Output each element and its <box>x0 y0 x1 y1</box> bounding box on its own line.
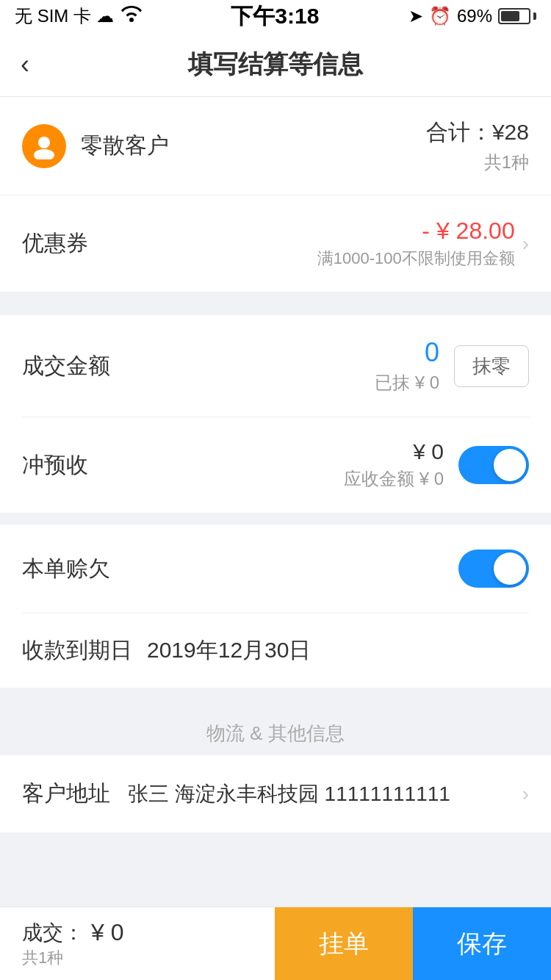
back-button[interactable]: ‹ <box>21 49 29 80</box>
section-divider-2 <box>0 513 551 525</box>
deal-amount-block: 0 已抹 ¥ 0 <box>375 337 439 394</box>
customer-info: 零散客户 <box>22 124 169 168</box>
prepay-row: 冲预收 ¥ 0 应收金额 ¥ 0 <box>22 417 529 513</box>
bottom-deal-row: 成交： ¥ 0 <box>22 919 253 947</box>
coupon-info: - ¥ 28.00 满1000-100不限制使用金额 <box>317 217 515 270</box>
bottom-deal-amount: ¥ 0 <box>91 919 123 946</box>
bottom-deal-label: 成交： <box>22 919 84 947</box>
customer-summary: 合计：¥28 共1种 <box>426 118 529 174</box>
sim-label: 无 SIM 卡 ☁ <box>15 4 114 28</box>
logistics-divider: 物流 & 其他信息 <box>0 711 551 755</box>
page-title: 填写结算等信息 <box>188 48 363 82</box>
battery-percent: 69% <box>457 6 492 26</box>
prepay-right: ¥ 0 应收金额 ¥ 0 <box>344 439 529 491</box>
save-button[interactable]: 保存 <box>413 907 551 980</box>
duedate-value[interactable]: 2019年12月30日 <box>147 635 311 666</box>
coupon-amount: - ¥ 28.00 <box>317 217 515 245</box>
customer-card: 零散客户 合计：¥28 共1种 优惠券 - ¥ 28.00 满1000-100不… <box>0 97 551 292</box>
content-area: 零散客户 合计：¥28 共1种 优惠券 - ¥ 28.00 满1000-100不… <box>0 97 551 920</box>
deal-amount-value[interactable]: 0 <box>375 337 439 368</box>
prepay-toggle[interactable] <box>458 446 529 484</box>
deal-amount-label: 成交金额 <box>22 351 110 381</box>
credit-row: 本单赊欠 <box>22 525 529 613</box>
duedate-row: 收款到期日 2019年12月30日 <box>22 613 529 688</box>
coupon-label: 优惠券 <box>22 228 88 259</box>
customer-row: 零散客户 合计：¥28 共1种 <box>0 97 551 195</box>
svg-point-1 <box>34 149 54 159</box>
prepay-sub: 应收金额 ¥ 0 <box>344 467 444 491</box>
address-row[interactable]: 客户地址 张三 海淀永丰科技园 11111111111 › <box>22 755 529 832</box>
chevron-right-icon: › <box>522 232 529 256</box>
status-bar-time: 下午3:18 <box>231 1 319 32</box>
prepay-label: 冲预收 <box>22 450 88 480</box>
bottom-summary: 成交： ¥ 0 共1种 <box>0 919 275 969</box>
address-label: 客户地址 <box>22 779 110 809</box>
svg-point-0 <box>38 137 50 148</box>
address-section: 客户地址 张三 海淀永丰科技园 11111111111 › <box>0 755 551 832</box>
battery-icon <box>498 8 536 24</box>
toggle-knob <box>494 449 526 481</box>
prepay-value: ¥ 0 <box>344 439 444 464</box>
location-icon: ➤ <box>408 6 423 26</box>
section-divider-3 <box>0 699 551 711</box>
bottom-count: 共1种 <box>22 947 253 969</box>
duedate-label: 收款到期日 <box>22 635 132 666</box>
alarm-icon: ⏰ <box>429 6 451 26</box>
amount-section: 成交金额 0 已抹 ¥ 0 抹零 冲预收 ¥ 0 应收金额 ¥ 0 <box>0 315 551 513</box>
customer-avatar <box>22 124 66 168</box>
status-bar: 无 SIM 卡 ☁ 下午3:18 ➤ ⏰ 69% <box>0 0 551 32</box>
coupon-desc: 满1000-100不限制使用金额 <box>317 248 515 270</box>
credit-toggle-knob <box>494 552 526 585</box>
customer-name: 零散客户 <box>81 131 169 161</box>
prepay-value-block: ¥ 0 应收金额 ¥ 0 <box>344 439 444 491</box>
status-bar-left: 无 SIM 卡 ☁ <box>15 4 142 28</box>
customer-count: 共1种 <box>426 151 529 174</box>
logistics-label: 物流 & 其他信息 <box>206 721 345 746</box>
pend-button-label: 挂单 <box>319 927 369 961</box>
pend-button[interactable]: 挂单 <box>275 907 413 980</box>
section-divider-1 <box>0 303 551 315</box>
coupon-row[interactable]: 优惠券 - ¥ 28.00 满1000-100不限制使用金额 › <box>0 195 551 292</box>
deal-amount-row: 成交金额 0 已抹 ¥ 0 抹零 <box>22 315 529 417</box>
status-bar-right: ➤ ⏰ 69% <box>408 6 536 26</box>
address-value: 张三 海淀永丰科技园 11111111111 <box>128 780 522 808</box>
address-chevron-icon: › <box>522 782 529 806</box>
customer-total: 合计：¥28 <box>426 118 529 148</box>
bottom-bar: 成交： ¥ 0 共1种 挂单 保存 <box>0 907 551 980</box>
credit-label: 本单赊欠 <box>22 554 110 584</box>
coupon-right: - ¥ 28.00 满1000-100不限制使用金额 › <box>317 217 529 270</box>
credit-section: 本单赊欠 收款到期日 2019年12月30日 <box>0 525 551 688</box>
deal-rounded-sub: 已抹 ¥ 0 <box>375 371 439 394</box>
credit-toggle[interactable] <box>458 550 529 588</box>
nav-bar: ‹ 填写结算等信息 <box>0 32 551 97</box>
save-button-label: 保存 <box>457 927 507 961</box>
deal-amount-right: 0 已抹 ¥ 0 抹零 <box>375 337 529 394</box>
round-button[interactable]: 抹零 <box>454 345 529 387</box>
wifi-icon <box>121 6 142 26</box>
